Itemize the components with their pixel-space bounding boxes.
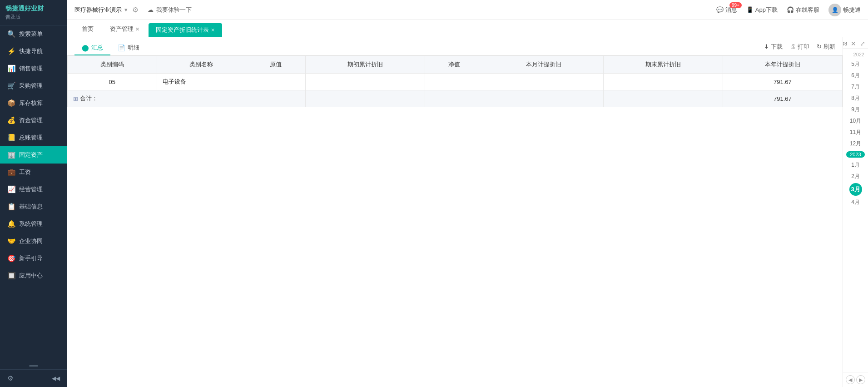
logo-subtitle: 普及版 [5,14,62,20]
rp-close-icon[interactable]: ✕ [851,40,856,47]
cell-period-end-dep [603,74,723,90]
settings-icon[interactable]: ⚙ [7,374,13,382]
tab-asset-mgmt[interactable]: 资产管理 ✕ [103,22,147,37]
sidebar-item-fixed-assets[interactable]: 🏢 固定资产 [0,146,67,164]
rp-month-1[interactable]: 1月 [843,159,868,171]
rp-next-button[interactable]: ▶ [856,375,865,384]
sidebar-item-label: 系统管理 [19,220,43,228]
content-main: ⬤ 汇总 📄 明细 ⬇ 下载 🖨 打印 [67,37,843,387]
tab-asset-mgmt-close[interactable]: ✕ [135,26,139,32]
service-label: 在线客服 [796,6,819,14]
rp-month-2[interactable]: 2月 [843,171,868,182]
topbar-settings-icon[interactable]: ⚙ [132,5,139,14]
download-button[interactable]: ⬇ 下载 [764,43,783,51]
sidebar-item-app-center[interactable]: 🔲 应用中心 [0,267,67,284]
sidebar-item-system[interactable]: 🔔 系统管理 [0,215,67,233]
sidebar-item-label: 固定资产 [19,151,43,159]
download-label: 下载 [771,43,783,51]
print-button[interactable]: 🖨 打印 [790,43,809,51]
col-header-initial-dep: 期初累计折旧 [305,56,425,74]
tab-home[interactable]: 首页 [74,22,101,37]
sidebar-item-operations[interactable]: 📈 经营管理 [0,181,67,198]
refresh-button[interactable]: ↻ 刷新 [817,43,835,51]
rp-month-3[interactable]: 3月 [849,183,862,196]
print-label: 打印 [798,43,809,51]
trend-icon: 📈 [7,185,15,194]
rp-month-9[interactable]: 9月 [843,104,868,115]
sub-tab-summary[interactable]: ⬤ 汇总 [74,41,110,55]
rp-month-7[interactable]: 7月 [843,81,868,93]
rp-month-11[interactable]: 11月 [843,127,868,138]
message-button[interactable]: 💬 消息 99+ [716,6,737,14]
rp-month-6[interactable]: 6月 [843,70,868,81]
sidebar-item-basic-info[interactable]: 📋 基础信息 [0,198,67,215]
app-label: App下载 [755,6,778,14]
sidebar-logo: 畅捷通好业财 普及版 [0,0,67,25]
scroll-indicator [0,362,67,369]
sidebar-item-quick-nav[interactable]: ⚡ 快捷导航 [0,43,67,60]
rp-header: 2023.03 ✕ ⤢ [843,37,868,49]
tab-home-label: 首页 [82,25,94,33]
headphone-icon: 🎧 [787,6,794,13]
table-wrapper: 类别编码 类别名称 原值 期初累计折旧 净值 本月计提折旧 期末累计折旧 本年计… [67,55,843,387]
download-icon: ⬇ [764,43,769,50]
cell-net [425,74,484,90]
col-header-period-end-dep: 期末累计折旧 [603,56,723,74]
topbar: 医疗器械行业演示 ▾ ⚙ ☁ 我要体验一下 💬 消息 99+ 📱 App下载 🎧… [67,0,868,20]
total-net [425,90,484,107]
sidebar-item-inventory[interactable]: 📦 库存核算 [0,94,67,112]
book-icon: 📒 [7,134,15,142]
service-button[interactable]: 🎧 在线客服 [787,6,819,14]
col-header-monthly-dep: 本月计提折旧 [484,56,603,74]
sidebar-item-enterprise[interactable]: 🤝 企业协同 [0,233,67,250]
table-row: 05 电子设备 791.67 [68,74,843,90]
caret-down-icon: ▾ [124,6,128,13]
total-monthly-dep [484,90,603,107]
sidebar-item-sales[interactable]: 📊 销售管理 [0,60,67,77]
expand-icon: ⊞ [73,95,78,102]
search-icon: 🔍 [7,30,15,38]
right-date-panel: 2023.03 ✕ ⤢ 2022 5月 6月 7月 8月 9月 10月 11月 … [843,37,868,387]
tab-fixed-depreciation[interactable]: 固定资产折旧统计表 ✕ [149,23,222,37]
rp-month-8[interactable]: 8月 [843,93,868,104]
box-icon: 📦 [7,99,15,107]
money-icon: 💰 [7,116,15,124]
rp-month-12[interactable]: 12月 [843,138,868,149]
sidebar-item-payroll[interactable]: 💼 工资 [0,164,67,181]
user-button[interactable]: 👤 畅捷通 [828,4,861,16]
rp-expand-icon[interactable]: ⤢ [860,40,865,47]
depreciation-table: 类别编码 类别名称 原值 期初累计折旧 净值 本月计提折旧 期末累计折旧 本年计… [67,55,843,107]
sidebar-item-finance[interactable]: 💰 资金管理 [0,112,67,129]
cell-monthly-dep [484,74,603,90]
rp-month-4[interactable]: 4月 [843,197,868,208]
sidebar-item-ledger[interactable]: 📒 总账管理 [0,129,67,146]
sidebar-item-search[interactable]: 🔍 搜索菜单 [0,25,67,43]
detail-icon: 📄 [118,44,125,51]
handshake-icon: 🤝 [7,237,15,245]
collapse-icon[interactable]: ◀◀ [52,375,60,382]
target-icon: 🎯 [7,254,15,263]
tab-fixed-depreciation-close[interactable]: ✕ [211,27,215,33]
sub-tab-summary-label: 汇总 [91,44,103,52]
experience-button[interactable]: ☁ 我要体验一下 [148,6,192,14]
rp-month-5[interactable]: 5月 [843,59,868,70]
sidebar-item-label: 搜索菜单 [19,30,43,38]
cell-original [246,74,305,90]
col-header-net: 净值 [425,56,484,74]
sidebar-item-label: 采购管理 [19,82,43,90]
summary-icon: ⬤ [82,44,89,51]
sidebar-item-guide[interactable]: 🎯 新手引导 [0,250,67,267]
tab-asset-mgmt-label: 资产管理 [110,25,134,33]
sidebar-scroll: 🔍 搜索菜单 ⚡ 快捷导航 📊 销售管理 🛒 采购管理 📦 库存核算 💰 资金管… [0,25,67,362]
building-icon: 🏢 [7,151,15,159]
tab-fixed-depreciation-label: 固定资产折旧统计表 [156,26,209,34]
grid-icon: 🔲 [7,272,15,280]
app-download-button[interactable]: 📱 App下载 [746,6,778,14]
rp-bottom: ◀ ▶ [843,372,868,387]
sidebar-item-purchase[interactable]: 🛒 采购管理 [0,77,67,94]
sub-tab-detail[interactable]: 📄 明细 [110,41,147,55]
rp-prev-button[interactable]: ◀ [846,375,855,384]
company-selector[interactable]: 医疗器械行业演示 ▾ [74,6,128,14]
topbar-right: 💬 消息 99+ 📱 App下载 🎧 在线客服 👤 畅捷通 [716,4,861,16]
rp-month-10[interactable]: 10月 [843,115,868,127]
